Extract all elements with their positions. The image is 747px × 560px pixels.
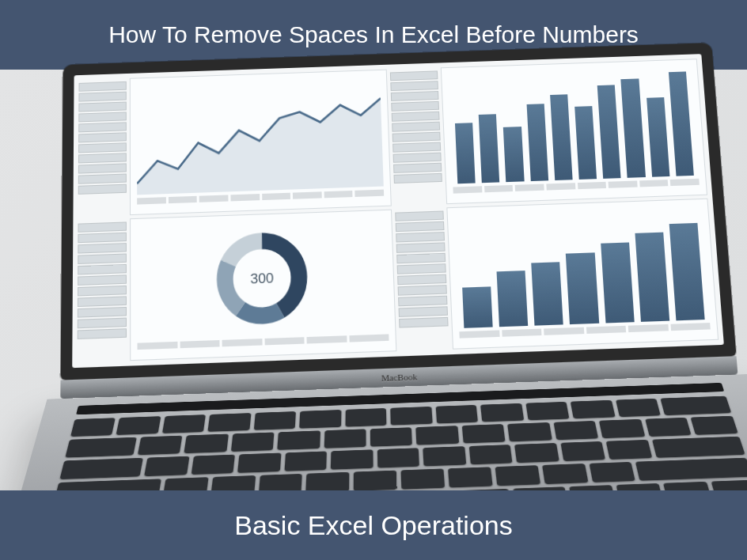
keyboard-key: [70, 418, 116, 437]
spreadsheet-cells-mid-bottom: [395, 207, 449, 351]
keyboard-key: [59, 458, 143, 479]
keyboard-key: [514, 443, 559, 463]
line-chart-fill: [137, 98, 384, 195]
donut-chart: 300: [213, 227, 313, 329]
keyboard-key: [571, 400, 615, 418]
keyboard-key: [423, 446, 465, 466]
keyboard-key: [237, 453, 281, 473]
keyboard-key: [400, 468, 444, 489]
bar: [462, 287, 493, 328]
bar: [566, 252, 599, 324]
laptop-screen-bezel: 300: [60, 43, 736, 380]
keyboard-key: [461, 424, 505, 443]
laptop-screen: 300: [72, 54, 724, 368]
keyboard-key: [606, 440, 652, 460]
keyboard-key: [324, 429, 366, 448]
keyboard-key: [507, 422, 552, 441]
keyboard-key: [660, 396, 730, 415]
keyboard-key: [589, 462, 635, 482]
keyboard-key: [553, 421, 598, 440]
keyboard-key: [448, 467, 492, 487]
keyboard-key: [253, 411, 296, 430]
keyboard-key: [390, 407, 432, 426]
donut-chart-panel: 300: [130, 210, 396, 361]
keyboard-key: [635, 458, 747, 481]
bar-chart-bottom-bars: [454, 206, 710, 328]
subtitle-banner: Basic Excel Operations: [0, 490, 747, 560]
bar: [526, 104, 548, 181]
keyboard-key: [191, 455, 235, 475]
keyboard-key: [116, 416, 161, 435]
title-text: How To Remove Spaces In Excel Before Num…: [108, 21, 639, 48]
bar: [479, 114, 500, 183]
keyboard-key: [65, 437, 136, 458]
bar: [503, 127, 524, 183]
keyboard-key: [615, 399, 660, 417]
bar: [601, 242, 635, 323]
keyboard-key: [137, 436, 182, 456]
keyboard-key: [345, 408, 386, 427]
keyboard-key: [599, 419, 645, 438]
keyboard-key: [331, 449, 373, 469]
bar: [455, 123, 476, 184]
keyboard-key: [652, 437, 745, 458]
keyboard-key: [277, 430, 320, 449]
bar-chart-bottom-panel: [446, 199, 719, 350]
bar: [497, 271, 529, 327]
keyboard-key: [468, 445, 512, 464]
bar: [635, 232, 669, 322]
keyboard-key: [480, 403, 524, 422]
bar: [550, 94, 573, 180]
laptop-illustration: 300 MacBook: [59, 43, 747, 560]
keyboard-key: [370, 427, 412, 446]
keyboard-key: [525, 402, 570, 420]
keyboard-key: [541, 464, 587, 484]
keyboard-key: [162, 414, 206, 433]
keyboard-key: [144, 456, 189, 476]
keyboard-key: [377, 448, 419, 467]
keyboard-key: [299, 410, 341, 429]
keyboard-key: [415, 426, 458, 445]
spreadsheet-cells-mid-top: [390, 67, 443, 206]
line-chart-panel: [130, 70, 392, 215]
keyboard-key: [435, 405, 478, 424]
bar: [574, 106, 597, 180]
bar: [597, 85, 621, 179]
spreadsheet-cells-left-top: [78, 78, 127, 217]
keyboard-key: [645, 418, 692, 437]
bar: [647, 97, 670, 177]
keyboard-key: [354, 471, 397, 491]
bar: [621, 78, 646, 178]
bar-chart-top-bars: [448, 66, 699, 184]
bar: [669, 223, 704, 321]
keyboard-key: [184, 434, 228, 454]
keyboard-key: [560, 441, 605, 461]
keyboard-key: [284, 451, 327, 471]
keyboard-key: [207, 413, 251, 432]
keyboard-key: [495, 465, 540, 486]
donut-center-label: 300: [250, 270, 274, 286]
spreadsheet-cells-left-bottom: [78, 218, 127, 362]
bar: [669, 71, 694, 176]
bar: [532, 262, 564, 326]
laptop-brand-label: MacBook: [381, 372, 418, 383]
subtitle-text: Basic Excel Operations: [234, 510, 513, 541]
keyboard-key: [230, 432, 274, 452]
hero-scene: 300 MacBook: [0, 70, 747, 490]
keyboard-key: [690, 416, 738, 435]
bar-chart-top-panel: [441, 59, 707, 204]
